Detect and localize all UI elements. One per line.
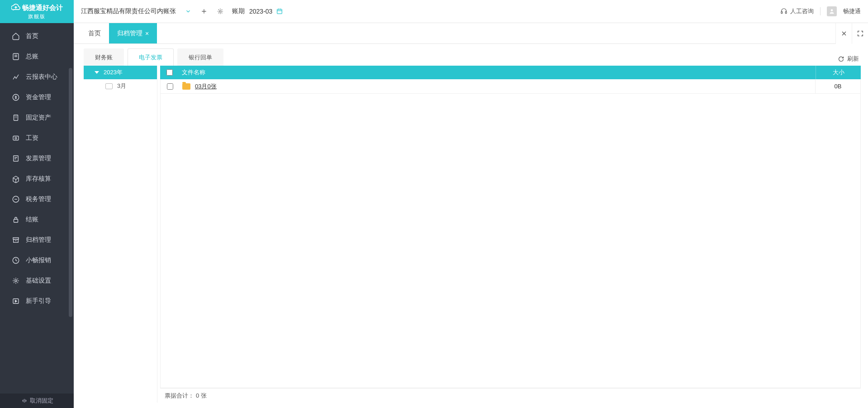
nav-label: 固定资产 <box>26 114 51 122</box>
svg-point-14 <box>219 10 221 12</box>
fullscreen-button[interactable] <box>852 23 868 44</box>
nav-tax[interactable]: 税务管理 <box>0 189 74 209</box>
svg-rect-13 <box>24 399 24 403</box>
nav-report[interactable]: 云报表中心 <box>0 67 74 87</box>
period-value[interactable]: 2023-03 <box>249 8 272 15</box>
nav-ledger[interactable]: 总账 <box>0 46 74 67</box>
svg-point-11 <box>15 279 17 282</box>
folder-icon <box>182 83 190 90</box>
nav-assets[interactable]: 固定资产 <box>0 107 74 128</box>
nav-label: 库存核算 <box>26 175 51 183</box>
nav-label: 归档管理 <box>26 236 51 244</box>
close-icon[interactable]: × <box>145 30 149 37</box>
brand-icon <box>11 3 20 12</box>
tree-year-label: 2023年 <box>104 68 123 77</box>
table-row: 03月0张 0B <box>161 79 860 94</box>
nav-label: 工资 <box>26 134 38 142</box>
row-checkbox[interactable] <box>167 83 173 90</box>
nav-salary[interactable]: 工资 <box>0 128 74 148</box>
nav-label: 总账 <box>26 53 38 61</box>
inventory-icon <box>11 174 20 183</box>
tab-archive[interactable]: 归档管理× <box>109 23 157 43</box>
nav-guide[interactable]: 新手引导 <box>0 291 74 311</box>
nav-label: 发票管理 <box>26 154 51 163</box>
nav-label: 云报表中心 <box>26 73 57 81</box>
refresh-button[interactable]: 刷新 <box>838 55 861 66</box>
nav-label: 基础设置 <box>26 277 51 285</box>
col-name: 文件名称 <box>179 68 816 77</box>
svg-rect-2 <box>14 115 18 120</box>
tree-month-node[interactable]: 3月 <box>84 79 157 93</box>
close-all-button[interactable] <box>835 23 852 44</box>
sidebar-scrollbar[interactable] <box>69 68 72 317</box>
refresh-label: 刷新 <box>847 55 859 63</box>
play-icon <box>11 297 20 306</box>
add-button[interactable] <box>200 8 208 15</box>
period-label: 账期 <box>232 7 245 15</box>
expense-icon <box>11 256 20 265</box>
subtab-label: 银行回单 <box>189 53 212 62</box>
subtab-label: 财务账 <box>95 53 113 62</box>
divider <box>820 7 821 15</box>
svg-point-4 <box>15 137 17 139</box>
file-link[interactable]: 03月0张 <box>195 82 217 91</box>
file-size: 0B <box>815 79 860 93</box>
ledger-icon <box>11 52 20 61</box>
summary-label: 票据合计： <box>165 392 194 400</box>
tab-label: 归档管理 <box>117 29 142 38</box>
nav-funds[interactable]: 资金管理 <box>0 87 74 107</box>
consult-label: 人工咨询 <box>790 7 814 15</box>
summary-bar: 票据合计： 0 张 <box>160 388 861 403</box>
home-icon <box>11 32 20 41</box>
sidebar: 畅捷通好会计 旗舰版 首页 总账 云报表中心 资金管理 固定资产 工资 发票管理… <box>0 0 74 408</box>
chevron-down-icon[interactable] <box>185 8 191 14</box>
content-area: 财务账 电子发票 银行回单 刷新 2023年 3月 文件名称 大小 <box>74 44 868 408</box>
calendar-icon[interactable] <box>276 8 283 15</box>
brand-logo-area: 畅捷通好会计 旗舰版 <box>0 0 74 23</box>
subtab-label: 电子发票 <box>139 53 162 62</box>
nav-list: 首页 总账 云报表中心 资金管理 固定资产 工资 发票管理 库存核算 税务管理 … <box>0 26 74 311</box>
invoice-icon <box>11 154 20 163</box>
unpin-label: 取消固定 <box>30 397 53 405</box>
sub-tabs: 财务账 电子发票 银行回单 刷新 <box>84 48 861 66</box>
nav-label: 结账 <box>26 216 38 224</box>
money-icon <box>11 93 20 102</box>
nav-archive[interactable]: 归档管理 <box>0 230 74 250</box>
tree-month-label: 3月 <box>117 82 126 90</box>
col-size: 大小 <box>816 66 861 79</box>
nav-label: 首页 <box>26 32 38 40</box>
nav-invoice[interactable]: 发票管理 <box>0 148 74 168</box>
subtab-einvoice[interactable]: 电子发票 <box>128 48 174 66</box>
archive-icon <box>11 235 20 245</box>
nav-label: 新手引导 <box>26 297 51 305</box>
user-name[interactable]: 畅捷通 <box>843 7 861 15</box>
nav-inventory[interactable]: 库存核算 <box>0 168 74 189</box>
page-tabs: 首页 归档管理× <box>74 23 868 44</box>
refresh-icon <box>838 56 844 62</box>
chevron-down-icon <box>95 71 99 74</box>
avatar[interactable] <box>827 6 837 16</box>
tree-year-node[interactable]: 2023年 <box>84 66 157 79</box>
sidebar-unpin-button[interactable]: 取消固定 <box>0 394 74 408</box>
nav-label: 小畅报销 <box>26 256 51 264</box>
lock-icon <box>11 215 20 224</box>
settings-button[interactable] <box>217 8 224 15</box>
summary-value: 0 张 <box>196 392 207 400</box>
nav-close[interactable]: 结账 <box>0 209 74 230</box>
nav-expense[interactable]: 小畅报销 <box>0 250 74 270</box>
svg-rect-16 <box>781 12 783 14</box>
select-all-checkbox[interactable] <box>166 69 173 76</box>
file-list: 文件名称 大小 03月0张 0B 票据合计： 0 张 <box>160 66 861 403</box>
nav-settings[interactable]: 基础设置 <box>0 270 74 291</box>
tab-home[interactable]: 首页 <box>80 23 109 43</box>
subtab-finance[interactable]: 财务账 <box>84 48 124 66</box>
folder-outline-icon <box>105 83 113 89</box>
subtab-bank[interactable]: 银行回单 <box>177 48 223 66</box>
salary-icon <box>11 134 20 143</box>
company-selector[interactable]: 江西服宝精品有限责任公司内账张 <box>81 7 176 15</box>
nav-label: 资金管理 <box>26 93 51 101</box>
nav-home[interactable]: 首页 <box>0 26 74 46</box>
top-header: 江西服宝精品有限责任公司内账张 账期 2023-03 人工咨询 畅捷通 <box>74 0 868 23</box>
headset-icon <box>780 8 787 15</box>
consult-link[interactable]: 人工咨询 <box>780 7 814 15</box>
